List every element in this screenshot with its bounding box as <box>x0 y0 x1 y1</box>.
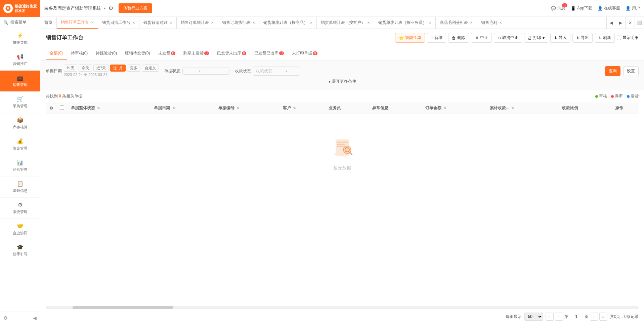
sidebar-item-marketing[interactable]: 📢 营销推广 <box>0 49 40 71</box>
date-chip-1month[interactable]: 近1月 <box>110 65 126 72</box>
filter-tab-not-shipped[interactable]: 未发货0 <box>154 47 180 60</box>
tab-cash-daily-close[interactable]: ✕ <box>132 21 135 25</box>
set-btn[interactable]: 设置 <box>623 66 639 76</box>
page-last-btn[interactable]: » <box>599 313 607 321</box>
page-input[interactable] <box>570 313 583 320</box>
tab-summary-staff[interactable]: 销货单统计表（按业务员） ✕ <box>374 17 436 29</box>
tab-gross-margin[interactable]: 商品毛利分析表 ✕ <box>436 17 477 29</box>
sidebar-item-inventory[interactable]: 📦 库存核算 <box>0 113 40 134</box>
sidebar-item-cooperation[interactable]: 🤝 企业协同 <box>0 219 40 240</box>
sidebar-item-label: 快捷导航 <box>13 40 28 45</box>
user-action[interactable]: 👤 用户 <box>626 5 640 11</box>
tabbar-maximize-btn[interactable]: ⬜ <box>635 17 644 29</box>
filter-tab-not-printed[interactable]: 未打印单据0 <box>288 47 321 60</box>
action-review-btn[interactable]: 审核 <box>595 93 607 99</box>
tab-gross-margin-close[interactable]: ✕ <box>470 21 473 25</box>
tab-sales-exec[interactable]: 销售订单执行表 ✕ <box>218 17 259 29</box>
logo-icon <box>3 4 13 13</box>
smart-create-btn[interactable]: ⭐ 智能生单 <box>395 33 425 43</box>
import-btn[interactable]: ⬇ 导入 <box>550 33 570 43</box>
tabbar-close-all-btn[interactable]: ✕ <box>625 17 635 29</box>
print-btn[interactable]: 🖨 打印 ▾ <box>524 33 548 43</box>
tab-sales-stats[interactable]: 销售订单统计表 ✕ <box>177 17 218 29</box>
search-row-1: 单据日期 昨天 今天 近7天 近1月 更多 自定义 2023-02-24 至 2… <box>46 65 639 77</box>
tab-sales-order[interactable]: 销售订单工作台 ✕ <box>57 17 98 29</box>
select-all-checkbox[interactable] <box>60 106 64 110</box>
pause-btn[interactable]: ⏸ 中止 <box>471 33 492 43</box>
total-text: 共0页，0条记录 <box>610 314 639 320</box>
sidebar-search[interactable]: 🔍 搜索菜单 <box>0 17 40 28</box>
filter-tab-pending-check[interactable]: 待拣验货(0) <box>92 47 121 60</box>
tab-summary-client[interactable]: 销货单统计表（按客户） ✕ <box>317 17 374 29</box>
app-download-action[interactable]: 📱 App下载 <box>571 5 592 11</box>
online-service-action[interactable]: 👤 在线客服 <box>598 5 620 11</box>
export-btn[interactable]: ⬆ 导出 <box>572 33 593 43</box>
filter-tab-shipped-out[interactable]: 已发货已出库0 <box>250 47 288 60</box>
refresh-btn[interactable]: ↻ 刷新 <box>595 33 615 43</box>
tab-summary-product[interactable]: 销货单统计表（按商品） ✕ <box>259 17 317 29</box>
filter-tab-shipped-not-out[interactable]: 已发货未出库0 <box>213 47 251 60</box>
show-detail-checkbox[interactable] <box>617 36 621 40</box>
sidebar-item-operation[interactable]: 📊 经营管理 <box>0 155 40 176</box>
message-action[interactable]: 💬 消息 6 <box>551 5 565 11</box>
tab-sales-exec-close[interactable]: ✕ <box>252 21 255 25</box>
sidebar-item-system[interactable]: ⚙ 系统管理 <box>0 198 40 219</box>
payment-select[interactable]: 收款状态 ▾ <box>253 67 300 76</box>
date-label: 单据日期 <box>46 68 62 74</box>
sidebar-collapse-icon[interactable]: ◀ <box>33 315 37 321</box>
date-chip-yesterday[interactable]: 昨天 <box>64 65 77 72</box>
tab-cash-daily[interactable]: 钱货日清工作台 ✕ <box>98 17 139 29</box>
page-next-btn[interactable]: › <box>590 313 598 321</box>
sidebar-item-finance[interactable]: 💰 资金管理 <box>0 134 40 155</box>
tab-sales-stats-close[interactable]: ✕ <box>211 21 214 25</box>
tab-summary-staff-close[interactable]: ✕ <box>429 21 431 25</box>
tab-sales-profit-close[interactable]: ✕ <box>499 21 502 25</box>
date-chip-custom[interactable]: 自定义 <box>142 65 159 72</box>
date-chip-more[interactable]: 更多 <box>127 65 140 72</box>
topbar-settings-icon[interactable]: ⚙ <box>109 5 113 11</box>
tab-home[interactable]: 首页 <box>40 17 57 29</box>
industry-btn[interactable]: 体验行业方案 <box>119 3 152 13</box>
sidebar-settings-icon[interactable]: ⚙ <box>3 315 8 321</box>
th-checkbox[interactable] <box>56 103 68 114</box>
th-settings[interactable]: ⚙ <box>46 103 56 114</box>
print-dropdown-icon: ▾ <box>543 36 545 40</box>
tab-sales-order-close[interactable]: ✕ <box>91 21 94 24</box>
page-size-select[interactable]: 10 20 50 100 <box>524 313 543 321</box>
date-chip-today[interactable]: 今天 <box>79 65 92 72</box>
action-cancel-btn[interactable]: 弃审 <box>611 93 623 99</box>
page-prev-btn[interactable]: ‹ <box>555 313 563 321</box>
tab-sales-profit[interactable]: 销售毛利 ✕ <box>477 17 506 29</box>
tabbar-next-btn[interactable]: ▶ <box>616 17 625 29</box>
tab-summary-client-close[interactable]: ✕ <box>367 21 370 25</box>
status-select[interactable]: ▾ <box>182 68 229 75</box>
tab-cash-reconcile-close[interactable]: ✕ <box>170 21 172 25</box>
scroll-thumb[interactable] <box>73 306 173 309</box>
show-detail-label[interactable]: 显示明细 <box>617 35 639 41</box>
action-ship-btn[interactable]: 发货 <box>627 93 639 99</box>
tabbar-prev-btn[interactable]: ◀ <box>606 17 616 29</box>
page-title: 销售订单工作台 <box>46 34 392 41</box>
sidebar-item-quick-nav[interactable]: ⚡ 快捷导航 <box>0 28 40 49</box>
add-btn[interactable]: + 新增 <box>427 33 446 43</box>
expand-conditions-btn[interactable]: ▾ 展开更多条件 <box>329 79 356 84</box>
filter-tab-pending-review[interactable]: 待审核(0) <box>67 47 92 60</box>
filter-tab-all[interactable]: 全部(0) <box>46 47 67 60</box>
page-first-btn[interactable]: « <box>546 313 554 321</box>
sidebar-item-basic[interactable]: 📋 基础信息 <box>0 176 40 198</box>
horizontal-scroll[interactable] <box>46 306 639 309</box>
topbar: 装备及固定资产辅助管理系统 ▾ ⚙ 体验行业方案 💬 消息 6 📱 App下载 … <box>40 0 644 17</box>
cancel-pause-btn[interactable]: ⊙ 取消中止 <box>494 33 522 43</box>
date-chip-7days[interactable]: 近7天 <box>93 65 109 72</box>
expand-row: ▾ 展开更多条件 <box>46 77 639 86</box>
tab-cash-reconcile[interactable]: 钱货日清对账 ✕ <box>139 17 177 29</box>
query-btn[interactable]: 查询 <box>605 66 620 76</box>
sidebar-item-guide[interactable]: 🎓 新手引导 <box>0 240 40 261</box>
cooperation-icon: 🤝 <box>17 223 24 229</box>
tab-summary-product-close[interactable]: ✕ <box>310 21 312 25</box>
filter-tab-expired[interactable]: 到期未发货0 <box>179 47 213 60</box>
delete-btn[interactable]: 🗑 删除 <box>448 33 469 43</box>
filter-tab-wangpu[interactable]: 旺铺待发货(0) <box>121 47 154 60</box>
sidebar-item-sales[interactable]: 💼 销售管理 <box>0 71 40 92</box>
sidebar-item-purchase[interactable]: 🛒 采购管理 <box>0 92 40 113</box>
